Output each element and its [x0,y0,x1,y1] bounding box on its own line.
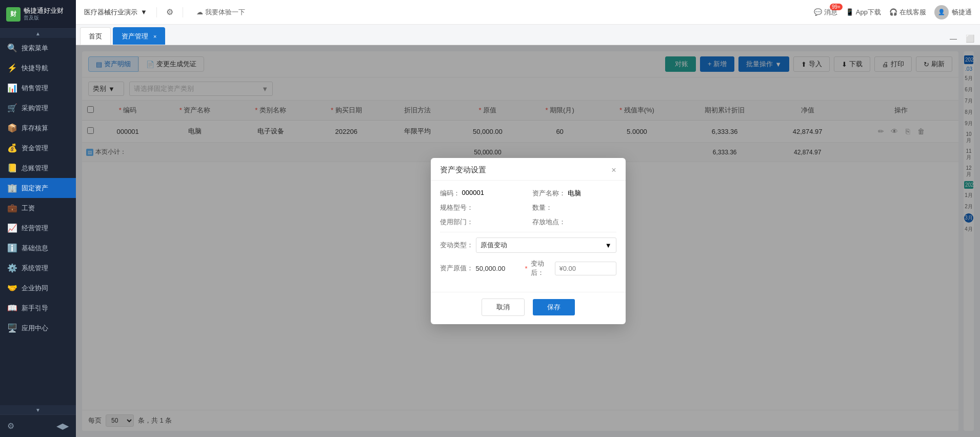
topbar: 医疗器械行业演示 ▼ ⚙ ☁ 我要体验一下 💬 消息 99+ 📱 App下载 🎧… [76,0,980,25]
dialog-quantity-label: 数量： [532,203,552,212]
message-btn[interactable]: 💬 消息 99+ [814,8,837,17]
sidebar-scroll-up[interactable]: ▲ [0,29,76,38]
sidebar-item-10[interactable]: ℹ️基础信息 [0,238,76,258]
sidebar-label-13: 新手引导 [22,304,48,313]
cancel-btn[interactable]: 取消 [482,299,525,316]
window-maximize-btn[interactable]: ⬜ [964,32,976,45]
dialog-dept-row: 使用部门： [440,217,524,227]
sidebar-label-8: 工资 [22,204,35,213]
sidebar-item-13[interactable]: 📖新手引导 [0,298,76,318]
sidebar-item-5[interactable]: 💰资金管理 [0,138,76,158]
dialog-quantity-row: 数量： [532,203,616,212]
user-menu[interactable]: 👤 畅捷通 [934,5,972,19]
tabbar: 首页 资产管理 × — ⬜ [76,25,980,45]
message-icon: 💬 [814,8,822,16]
modal-overlay: 资产变动设置 × 编码： 000001 资产名称： 电脑 [76,45,980,437]
sidebar-icon-10: ℹ️ [7,243,17,253]
sidebar-item-4[interactable]: 📦库存核算 [0,118,76,138]
sidebar-item-8[interactable]: 💼工资 [0,198,76,218]
dialog-assetname-value: 电脑 [568,189,581,198]
dialog-location-label: 存放地点： [532,217,566,227]
cloud-icon: ☁ [196,8,203,16]
topbar-right: 💬 消息 99+ 📱 App下载 🎧 在线客服 👤 畅捷通 [814,5,972,19]
dialog-close-btn[interactable]: × [611,166,616,175]
phone-icon: 📱 [846,8,854,16]
dialog-value-row: 资产原值： 50,000.00 * 变动后： [440,259,616,277]
sidebar-item-14[interactable]: 🖥️应用中心 [0,318,76,338]
tab-home[interactable]: 首页 [80,27,111,45]
collapse-icon[interactable]: ◀▶ [56,421,69,431]
sidebar-item-12[interactable]: 🤝企业协同 [0,278,76,298]
window-minimize-btn[interactable]: — [947,32,959,45]
tab-home-label: 首页 [89,32,102,41]
dialog-spec-label: 规格型号： [440,203,473,212]
dialog-after-input[interactable] [555,262,616,275]
sidebar-label-9: 经营管理 [22,224,48,233]
dialog-location-row: 存放地点： [532,217,616,227]
tab-asset-management[interactable]: 资产管理 × [113,27,165,45]
sidebar-item-9[interactable]: 📈经营管理 [0,218,76,238]
sidebar-bottom: ⚙ ◀▶ [0,414,76,437]
topbar-divider [156,7,157,17]
change-type-select[interactable]: 原值变动 ▼ [476,237,616,253]
username: 畅捷通 [952,8,972,17]
dialog-footer: 取消 保存 [431,292,626,324]
dialog-code-label: 编码： [440,189,460,198]
dialog-original-value: 50,000.00 [476,265,522,272]
settings-icon[interactable]: ⚙ [7,421,14,431]
dialog-dept-label: 使用部门： [440,217,473,227]
asset-change-dialog: 资产变动设置 × 编码： 000001 资产名称： 电脑 [431,158,626,324]
tab-asset-management-label: 资产管理 [122,32,148,41]
sidebar-icon-9: 📈 [7,223,17,233]
topbar-divider2 [183,7,183,17]
sidebar-icon-13: 📖 [7,303,17,313]
company-dropdown-icon: ▼ [141,8,147,16]
page-content: ▤ 资产明细 📄 变更生成凭证 对账 + 新增 [76,45,980,437]
message-badge: 99+ [830,4,843,10]
dialog-divider [440,232,616,232]
dialog-original-label: 资产原值： [440,264,476,273]
sidebar-label-1: 快捷导航 [22,64,48,73]
sidebar-icon-2: 📊 [7,83,17,93]
sidebar-item-7[interactable]: 🏢固定资产 [0,178,76,198]
online-service-btn[interactable]: 🎧 在线客服 [889,8,926,17]
save-btn[interactable]: 保存 [533,299,575,315]
avatar: 👤 [934,5,949,19]
dialog-change-type-label: 变动类型： [440,241,476,250]
topbar-settings-icon[interactable]: ⚙ [166,7,173,17]
sidebar-icon-3: 🛒 [7,103,17,113]
headset-icon: 🎧 [889,8,897,16]
sidebar-icon-11: ⚙️ [7,263,17,273]
experience-btn[interactable]: ☁ 我要体验一下 [196,8,245,17]
sidebar-label-5: 资金管理 [22,144,48,153]
sidebar-label-12: 企业协同 [22,284,48,293]
sidebar-logo: 财 畅捷通好业财 普及版 [0,0,76,29]
dialog-code-value: 000001 [462,189,484,198]
sidebar-label-0: 搜索菜单 [22,44,48,53]
tab-close-icon[interactable]: × [153,33,156,39]
sidebar-icon-5: 💰 [7,143,17,153]
sidebar-item-2[interactable]: 📊销售管理 [0,78,76,98]
dialog-header: 资产变动设置 × [431,158,626,181]
sidebar-item-1[interactable]: ⚡快捷导航 [0,58,76,78]
sidebar-item-11[interactable]: ⚙️系统管理 [0,258,76,278]
dialog-after-label: 变动后： [531,259,552,277]
sidebar-icon-8: 💼 [7,203,17,213]
sidebar-label-7: 固定资产 [22,184,48,193]
sidebar-item-0[interactable]: 🔍搜索菜单 [0,38,76,58]
sidebar-scroll-down[interactable]: ▼ [0,405,76,414]
dialog-change-type-row: 变动类型： 原值变动 ▼ [440,237,616,253]
dialog-title: 资产变动设置 [440,165,486,175]
dialog-body: 编码： 000001 资产名称： 电脑 规格型号： [431,181,626,292]
logo-icon: 财 [6,7,21,22]
app-download-btn[interactable]: 📱 App下载 [846,8,881,17]
sidebar-icon-12: 🤝 [7,283,17,293]
dialog-code-row: 编码： 000001 [440,189,524,198]
company-name: 医疗器械行业演示 [84,8,137,17]
sidebar-item-3[interactable]: 🛒采购管理 [0,98,76,118]
sidebar-icon-1: ⚡ [7,63,17,73]
sidebar-icon-6: 📒 [7,163,17,173]
dialog-assetname-label: 资产名称： [532,189,566,198]
company-selector[interactable]: 医疗器械行业演示 ▼ [84,8,147,17]
sidebar-item-6[interactable]: 📒总账管理 [0,158,76,178]
